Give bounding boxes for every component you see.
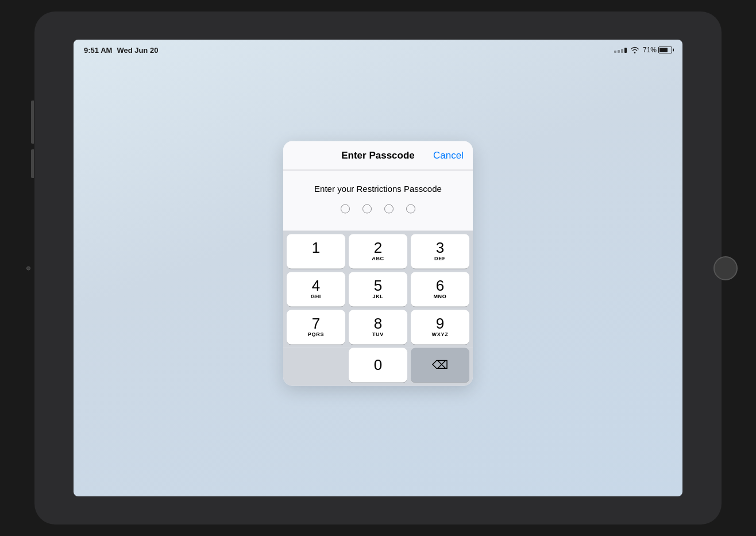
status-right: 71% xyxy=(614,46,672,54)
key-7[interactable]: 7 PQRS xyxy=(287,310,345,344)
dialog-header: Enter Passcode Cancel xyxy=(283,141,473,170)
dialog-body: Enter your Restrictions Passcode xyxy=(283,170,473,230)
volume-down-button xyxy=(31,149,34,178)
battery-indicator: 71% xyxy=(643,46,672,54)
mute-button xyxy=(31,101,34,121)
battery-icon xyxy=(658,47,672,53)
key-2[interactable]: 2 ABC xyxy=(349,234,407,268)
status-date: Wed Jun 20 xyxy=(117,46,158,55)
key-empty xyxy=(287,348,345,382)
numpad-bottom-row: 0 ⌫ xyxy=(283,348,473,385)
passcode-dots xyxy=(295,204,461,213)
signal-icon xyxy=(614,48,627,53)
status-time: 9:51 AM xyxy=(84,46,112,55)
dialog-title: Enter Passcode xyxy=(341,150,415,161)
passcode-dot-3 xyxy=(384,204,394,213)
camera-dot xyxy=(26,266,30,270)
battery-percent: 71% xyxy=(643,46,657,54)
screen: 9:51 AM Wed Jun 20 xyxy=(74,40,682,496)
delete-icon: ⌫ xyxy=(432,358,448,372)
key-0[interactable]: 0 xyxy=(349,348,407,382)
passcode-dot-4 xyxy=(406,204,415,213)
passcode-prompt: Enter your Restrictions Passcode xyxy=(295,184,461,194)
passcode-dot-2 xyxy=(362,204,372,213)
key-4[interactable]: 4 GHI xyxy=(287,272,345,306)
delete-button[interactable]: ⌫ xyxy=(411,348,469,382)
key-5[interactable]: 5 JKL xyxy=(349,272,407,306)
key-6[interactable]: 6 MNO xyxy=(411,272,469,306)
passcode-dot-1 xyxy=(341,204,350,213)
key-3[interactable]: 3 DEF xyxy=(411,234,469,268)
key-1[interactable]: 1 xyxy=(287,234,345,268)
numpad: 1 2 ABC 3 DEF 4 GHI 5 JKL xyxy=(283,230,473,348)
key-8[interactable]: 8 TUV xyxy=(349,310,407,344)
home-button[interactable] xyxy=(713,256,738,280)
passcode-dialog: Enter Passcode Cancel Enter your Restric… xyxy=(283,141,473,385)
device-frame: 9:51 AM Wed Jun 20 xyxy=(34,11,722,525)
cancel-button[interactable]: Cancel xyxy=(433,150,464,161)
key-9[interactable]: 9 WXYZ xyxy=(411,310,469,344)
status-bar: 9:51 AM Wed Jun 20 xyxy=(74,40,682,60)
wifi-icon xyxy=(630,47,639,53)
